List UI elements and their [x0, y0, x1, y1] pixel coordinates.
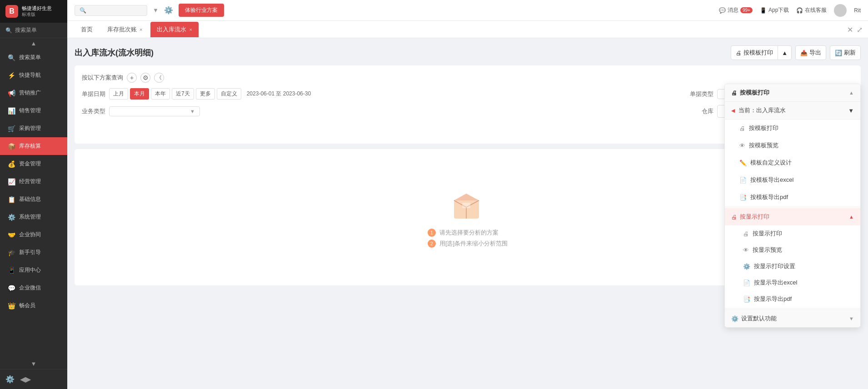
- sidebar-item-member[interactable]: 👑畅会员: [0, 297, 67, 314]
- sidebar-logo: B 畅捷通好生意 标准版: [0, 0, 67, 23]
- sidebar-item-enterprise[interactable]: 🤝企业协同: [0, 226, 67, 244]
- dropdown-display-export-excel[interactable]: 📄 按显示导出excel: [725, 274, 860, 291]
- header-search[interactable]: 🔍: [75, 5, 147, 16]
- refresh-btn[interactable]: 🔄 刷新: [830, 45, 861, 60]
- biztype-select[interactable]: ▼: [109, 106, 200, 116]
- filter-add-btn[interactable]: +: [127, 73, 137, 83]
- tab-batch-account-label: 库存批次账: [107, 25, 137, 34]
- print-template-btn[interactable]: 🖨 按模板打印: [731, 46, 778, 60]
- scroll-down-btn[interactable]: ▼: [0, 359, 67, 369]
- biztype-filter-field: 业务类型 ▼: [82, 106, 200, 116]
- scroll-up-btn[interactable]: ▲: [0, 38, 67, 49]
- user-avatar[interactable]: [834, 4, 847, 17]
- display-excel-icon: 📄: [743, 279, 750, 286]
- dropdown-display-preview[interactable]: 👁 按显示预览: [725, 242, 860, 258]
- app-download-btn[interactable]: 📱 App下载: [760, 6, 789, 14]
- gear-icon[interactable]: ⚙️: [164, 6, 173, 15]
- display-preview-label: 按显示预览: [753, 246, 782, 254]
- date-btn-custom[interactable]: 自定义: [217, 88, 241, 100]
- member-icon: 👑: [7, 302, 15, 309]
- search-label: 搜索菜单: [15, 26, 37, 34]
- date-btn-current-year[interactable]: 本年: [151, 88, 170, 100]
- export-btn[interactable]: 📤 导出: [795, 45, 826, 60]
- dropdown-display-print[interactable]: 🖨 按显示打印: [725, 225, 860, 242]
- basic-icon: 📋: [7, 196, 15, 203]
- sidebar: B 畅捷通好生意 标准版 🔍 搜索菜单 ▲ 🔍搜索菜单⚡快捷导航📢营销推广📊销售…: [0, 0, 67, 389]
- sidebar-item-tutorial[interactable]: 🎓新手引导: [0, 244, 67, 261]
- download-icon: 📱: [760, 7, 767, 14]
- template-export-excel-label: 按模板导出excel: [750, 176, 793, 184]
- sidebar-item-quick-nav[interactable]: ⚡快捷导航: [0, 66, 67, 84]
- tab-home-label: 首页: [81, 25, 93, 34]
- printer-small-icon: 🖨: [739, 125, 745, 132]
- sidebar-item-label-search: 搜索菜单: [19, 54, 41, 61]
- date-btn-current-month[interactable]: 本月: [130, 88, 149, 100]
- sidebar-item-wechat[interactable]: 💬企业微信: [0, 279, 67, 297]
- tab-batch-account-close[interactable]: ×: [140, 27, 142, 32]
- expand-icon[interactable]: ⤢: [857, 25, 863, 34]
- dropdown-template-custom[interactable]: ✏️ 模板自定义设计: [725, 154, 860, 171]
- dropdown-display-export-pdf[interactable]: 📑 按显示导出pdf: [725, 291, 860, 307]
- date-btn-more[interactable]: 更多: [196, 88, 215, 100]
- sidebar-item-purchase[interactable]: 🛒采购管理: [0, 120, 67, 137]
- filter-settings-btn[interactable]: ⚙: [140, 73, 150, 83]
- sidebar-item-marketing[interactable]: 📢营销推广: [0, 84, 67, 102]
- dropdown-display-print-settings[interactable]: ⚙️ 按显示打印设置: [725, 258, 860, 274]
- collapse-icon[interactable]: ◀▶: [20, 375, 31, 384]
- industry-btn[interactable]: 体验行业方案: [179, 4, 224, 17]
- date-field-label: 单据日期: [82, 90, 105, 98]
- dropdown-arrow-icon[interactable]: ▼: [153, 7, 159, 14]
- message-btn[interactable]: 💬 消息 99+: [719, 6, 753, 14]
- dropdown-footer-label: ⚙️ 设置默认功能: [731, 314, 777, 323]
- date-btn-last-month[interactable]: 上月: [109, 88, 128, 100]
- dropdown-template-export-pdf[interactable]: 📑 按模板导出pdf: [725, 189, 860, 206]
- sidebar-item-appstore[interactable]: 📱应用中心: [0, 261, 67, 279]
- sidebar-footer: ⚙️ ◀▶: [0, 369, 67, 389]
- dropdown-footer[interactable]: ⚙️ 设置默认功能 ▼: [725, 309, 860, 327]
- sidebar-item-inventory[interactable]: 📦库存核算: [0, 137, 67, 155]
- tab-flow[interactable]: 出入库流水 ×: [150, 22, 198, 37]
- online-service-btn[interactable]: 🎧 在线客服: [796, 6, 827, 14]
- display-chevron-icon: ▲: [849, 214, 854, 219]
- sidebar-item-label-sales: 销售管理: [19, 107, 41, 115]
- quick-nav-icon: ⚡: [7, 72, 15, 79]
- display-section-header[interactable]: 🖨 按显示打印 ▲: [725, 208, 860, 225]
- step-2-label: 用[选]条件来缩小分析范围: [439, 239, 508, 248]
- date-btn-last-7days[interactable]: 近7天: [172, 88, 194, 100]
- sidebar-item-sales[interactable]: 📊销售管理: [0, 102, 67, 120]
- filter-header: 按以下方案查询 + ⚙ 《: [82, 73, 853, 83]
- date-filter-field: 单据日期 上月 本月 本年 近7天 更多 自定义 2023-06-01 至 20…: [82, 88, 311, 100]
- close-panel-icon[interactable]: ✕: [847, 25, 853, 34]
- sidebar-item-basic[interactable]: 📋基础信息: [0, 190, 67, 208]
- dropdown-template-export-excel[interactable]: 📄 按模板导出excel: [725, 171, 860, 189]
- dropdown-current-item[interactable]: ◀ 当前：出入库流水 ▼: [725, 102, 860, 120]
- display-print-settings-label: 按显示打印设置: [754, 262, 795, 270]
- template-export-pdf-label: 按模板导出pdf: [750, 193, 788, 201]
- sidebar-item-label-basic: 基础信息: [19, 195, 41, 203]
- display-section-label: 按显示打印: [740, 213, 769, 221]
- tab-flow-close[interactable]: ×: [189, 27, 192, 32]
- filter-collapse-btn[interactable]: 《: [154, 73, 164, 83]
- system-icon: ⚙️: [7, 214, 15, 221]
- dropdown-template-print[interactable]: 🖨 按模板打印: [725, 120, 860, 137]
- refresh-label: 刷新: [844, 49, 856, 57]
- sidebar-item-operations[interactable]: 📈经营管理: [0, 173, 67, 190]
- tutorial-icon: 🎓: [7, 249, 15, 256]
- steps: 1 请先选择要分析的方案 2 用[选]条件来缩小分析范围: [428, 229, 508, 248]
- tab-home[interactable]: 首页: [75, 22, 99, 37]
- sidebar-item-label-tutorial: 新手引导: [19, 249, 41, 256]
- sidebar-item-system[interactable]: ⚙️系统管理: [0, 208, 67, 226]
- dropdown-template-preview[interactable]: 👁 按模板预览: [725, 137, 860, 154]
- filter-section-label: 按以下方案查询: [82, 74, 123, 82]
- print-dropdown-panel: 🖨 按模板打印 ▲ ◀ 当前：出入库流水 ▼ 🖨 按模板打印 👁 按模板预览: [724, 84, 861, 328]
- sidebar-search[interactable]: 🔍 搜索菜单: [0, 23, 67, 38]
- print-dropdown-arrow[interactable]: ▲: [778, 47, 791, 59]
- svg-rect-5: [462, 203, 470, 208]
- sidebar-item-search[interactable]: 🔍搜索菜单: [0, 49, 67, 66]
- display-export-pdf-label: 按显示导出pdf: [754, 295, 792, 303]
- date-range-display: 2023-06-01 至 2023-06-30: [247, 90, 311, 98]
- sidebar-item-finance[interactable]: 💰资金管理: [0, 155, 67, 173]
- tab-batch-account[interactable]: 库存批次账 ×: [101, 22, 149, 37]
- settings-icon[interactable]: ⚙️: [5, 375, 15, 384]
- biztype-arrow-icon: ▼: [190, 109, 195, 114]
